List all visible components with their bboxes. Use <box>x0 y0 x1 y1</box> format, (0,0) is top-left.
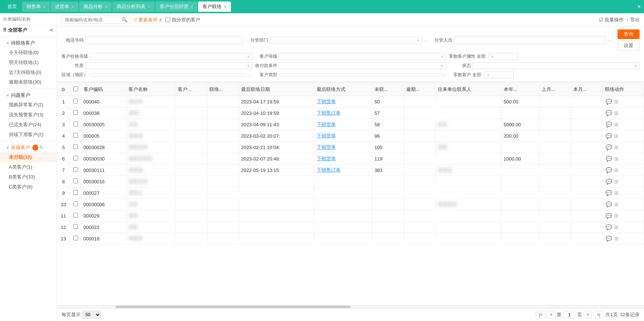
tab-purchase-close[interactable]: × <box>71 4 74 9</box>
filter-phone-input[interactable] <box>85 36 243 44</box>
sidebar-group-problem[interactable]: ▼ 问题客户 <box>0 91 57 100</box>
chat-icon[interactable]: 💬 <box>606 121 612 127</box>
chat-icon[interactable]: 💬 <box>606 190 612 196</box>
grid-icon[interactable]: ⊞ <box>614 224 619 230</box>
more-filter-btn[interactable]: ▽ 更多条件 ∧ <box>134 17 162 23</box>
last-page-btn[interactable]: >| <box>594 311 603 318</box>
query-button[interactable]: 查询 <box>617 29 640 39</box>
horizontal-scrollbar[interactable] <box>57 305 644 308</box>
sidebar-item-7days[interactable]: 近7天待联络(0) <box>0 68 57 78</box>
staff-more-icon[interactable]: ··· <box>608 38 612 43</box>
chat-icon[interactable]: 💬 <box>606 110 612 116</box>
row-checkbox[interactable] <box>73 144 78 149</box>
row-checkbox[interactable] <box>73 167 78 172</box>
row-checkbox[interactable] <box>73 224 78 229</box>
filter-cust-type-select[interactable] <box>279 74 446 77</box>
sidebar-item-churned[interactable]: 已流失客户(24) <box>0 120 57 130</box>
row-checkbox[interactable] <box>73 99 78 103</box>
sidebar-item-declining[interactable]: 持续下滑客户(2) <box>0 130 57 140</box>
close-all-icon[interactable]: × <box>637 3 641 11</box>
row-checkbox[interactable] <box>73 179 78 183</box>
row-checkbox[interactable] <box>73 236 78 240</box>
tab-product-analysis[interactable]: 商品分析 × <box>79 1 112 12</box>
settings-icon[interactable]: ⚙ <box>61 87 66 92</box>
select-all-checkbox[interactable] <box>73 87 78 91</box>
grid-icon[interactable]: ⊞ <box>614 167 619 173</box>
prev-page-btn[interactable]: < <box>547 311 555 318</box>
grid-icon[interactable]: ⊞ <box>614 190 619 196</box>
sidebar-item-c-class[interactable]: C类客户(6) <box>0 182 57 192</box>
sidebar-item-a-class[interactable]: A类客户(1) <box>0 162 57 172</box>
sidebar-item-churn-warn[interactable]: 流失预警客户(3) <box>0 110 57 120</box>
filter-dept-select[interactable]: ∨ <box>270 37 422 44</box>
my-customer-checkbox[interactable] <box>165 17 170 22</box>
chat-icon[interactable]: 💬 <box>606 144 612 150</box>
filter-cust-level-select[interactable]: ∨ <box>279 53 446 60</box>
row-checkbox[interactable] <box>73 201 78 206</box>
chat-icon[interactable]: 💬 <box>606 236 612 241</box>
tab-home[interactable]: 首页 <box>3 1 21 12</box>
sidebar-item-b-class[interactable]: B类客户(33) <box>0 172 57 182</box>
sidebar-item-ungroup[interactable]: 未分组(32) <box>0 152 57 162</box>
sidebar-item-hoarding[interactable]: 囤购异常客户(2) <box>0 100 57 110</box>
sidebar-item-overdue[interactable]: 逾期未联络(30) <box>0 77 57 87</box>
next-page-btn[interactable]: > <box>584 311 592 318</box>
grid-icon[interactable]: ⊞ <box>614 99 619 105</box>
filter-retail-cust-select[interactable]: ∨ <box>484 71 514 78</box>
sidebar-item-today[interactable]: 今天待联络(0) <box>0 48 57 58</box>
sidebar-group-pending[interactable]: ▼ 待联络客户 <box>0 38 57 48</box>
tab-product-analysis-close[interactable]: × <box>105 4 107 9</box>
area-more-icon[interactable]: ··· <box>248 72 252 78</box>
filter-status-select[interactable]: ∨ <box>472 62 640 69</box>
chat-icon[interactable]: 💬 <box>606 201 612 207</box>
sidebar-group-value[interactable]: ▼ 价值客户 ↻ <box>0 143 57 152</box>
chat-icon[interactable]: 💬 <box>606 167 612 173</box>
search-input[interactable] <box>65 17 120 22</box>
tab-sales[interactable]: 销售单 × <box>22 1 50 12</box>
tab-product-analysis-list-close[interactable]: × <box>148 4 150 9</box>
batch-op-btn[interactable]: ☑ 批量操作 <box>599 17 624 23</box>
export-btn[interactable]: ↑ 导出 <box>627 17 640 23</box>
row-checkbox[interactable] <box>73 133 78 138</box>
grid-icon[interactable]: ⊞ <box>614 213 619 219</box>
first-page-btn[interactable]: |< <box>536 311 545 318</box>
grid-icon[interactable]: ⊞ <box>614 133 619 139</box>
reset-button[interactable]: 设置 <box>617 40 640 51</box>
sidebar-collapse-icon[interactable]: ≪ <box>49 28 54 33</box>
tab-purchase[interactable]: 进货单 × <box>50 1 78 12</box>
refresh-icon[interactable]: ↻ <box>40 145 43 150</box>
search-icon[interactable]: 🔍 <box>122 17 127 22</box>
dept-more-icon[interactable]: ··· <box>423 38 427 43</box>
grid-icon[interactable]: ⊞ <box>614 110 619 116</box>
chat-icon[interactable]: 💬 <box>606 133 612 139</box>
tab-customer-tier-close[interactable]: × <box>191 4 193 9</box>
tab-sales-close[interactable]: × <box>43 4 45 9</box>
tab-product-analysis-list[interactable]: 商品分析列表 × <box>112 1 154 12</box>
sidebar-all-customers-header[interactable]: ⠿全部客户 ≪ <box>0 25 57 35</box>
grid-icon[interactable]: ⊞ <box>614 156 619 162</box>
row-checkbox[interactable] <box>73 213 78 218</box>
grid-icon[interactable]: ⊞ <box>614 201 619 207</box>
chat-icon[interactable]: 💬 <box>606 99 612 105</box>
row-checkbox[interactable] <box>73 121 78 126</box>
page-size-select[interactable]: 50 100 <box>82 311 101 319</box>
grid-icon[interactable]: ⊞ <box>614 179 619 184</box>
filter-payment-select[interactable]: ∨ <box>279 62 446 69</box>
chat-icon[interactable]: 💬 <box>606 213 612 219</box>
grid-icon[interactable]: ⊞ <box>614 121 619 127</box>
chat-icon[interactable]: 💬 <box>606 179 612 184</box>
row-checkbox[interactable] <box>73 190 78 195</box>
tab-customer-contact[interactable]: 客户联络 × <box>198 1 230 12</box>
page-number-input[interactable] <box>563 311 576 318</box>
tab-customer-contact-close[interactable]: × <box>224 4 226 9</box>
tab-customer-tier[interactable]: 客户分层经营 × <box>155 1 197 12</box>
grid-icon[interactable]: ⊞ <box>614 144 619 150</box>
filter-nature-select[interactable]: ∨ <box>85 62 252 69</box>
filter-retail-attr-select[interactable]: ∨ <box>489 53 518 60</box>
sidebar-item-tomorrow[interactable]: 明天待联络(1) <box>0 58 57 68</box>
filter-price-level-select[interactable]: ∨ <box>89 53 252 60</box>
chat-icon[interactable]: 💬 <box>606 156 612 162</box>
chat-icon[interactable]: 💬 <box>606 224 612 230</box>
row-checkbox[interactable] <box>73 110 78 115</box>
sidebar-search-input[interactable] <box>3 17 57 22</box>
